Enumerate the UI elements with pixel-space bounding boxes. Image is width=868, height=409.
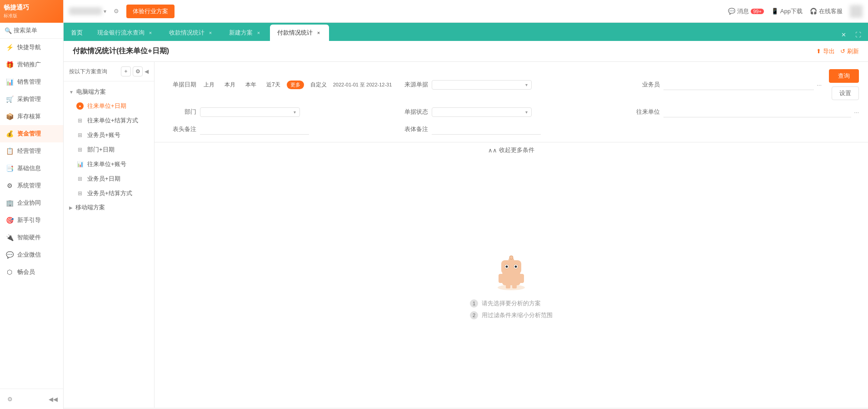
tab-receipt-stats[interactable]: 收款情况统计 × bbox=[162, 25, 221, 41]
staff-ellipsis[interactable]: ··· bbox=[817, 81, 822, 88]
collapse-label: 收起更多条件 bbox=[499, 146, 534, 154]
sidebar-item-hardware[interactable]: 🔌 智能硬件 bbox=[0, 229, 63, 246]
sidebar-item-guide[interactable]: 🎯 新手引导 bbox=[0, 212, 63, 229]
sidebar-item-label: 企业协同 bbox=[17, 199, 41, 207]
unit-section: 往来单位 ··· bbox=[627, 106, 859, 117]
home-label: 首页 bbox=[71, 29, 83, 37]
tab-bank-flow-close[interactable]: × bbox=[147, 30, 154, 36]
sidebar-item-label: 经营管理 bbox=[17, 147, 41, 155]
setting-btn[interactable]: 设置 bbox=[832, 86, 859, 100]
unit-input[interactable] bbox=[663, 106, 851, 117]
body-note-input[interactable] bbox=[432, 124, 541, 135]
sidebar-item-wechat[interactable]: 💬 企业微信 bbox=[0, 246, 63, 263]
sidebar-item-system[interactable]: ⚙ 系统管理 bbox=[0, 177, 63, 194]
hardware-icon: 🔌 bbox=[5, 233, 14, 242]
expand-tabs-btn[interactable]: ⛶ bbox=[852, 28, 864, 41]
refresh-btn[interactable]: ↺ 刷新 bbox=[840, 47, 859, 56]
scheme-add-btn[interactable]: + bbox=[121, 66, 131, 76]
sidebar-item-quick-nav[interactable]: ⚡ 快捷导航 bbox=[0, 39, 63, 56]
date-control: 上月 本月 本年 近7天 更多 自定义 2022-01-01 至 2022-12… bbox=[200, 80, 395, 90]
status-label: 单据状态 bbox=[395, 108, 432, 116]
collapse-btn-row[interactable]: ∧∧ 收起更多条件 bbox=[155, 142, 868, 158]
sidebar-item-basic-info[interactable]: 📑 基础信息 bbox=[0, 160, 63, 177]
source-select[interactable]: ▾ bbox=[432, 80, 532, 90]
messages-btn[interactable]: 💬 消息 99+ bbox=[728, 7, 764, 15]
tab-payment-stats[interactable]: 付款情况统计 × bbox=[270, 25, 329, 41]
header-note-section: 表头备注 bbox=[164, 124, 395, 135]
scheme-collapse-btn[interactable]: ◀ bbox=[145, 68, 149, 75]
sidebar-item-enterprise[interactable]: 🏢 企业协同 bbox=[0, 194, 63, 212]
trial-btn[interactable]: 体验行业方案 bbox=[126, 5, 175, 18]
tab-receipt-stats-close[interactable]: × bbox=[207, 30, 214, 36]
scheme-item-label: 部门+日期 bbox=[87, 146, 115, 154]
sidebar-item-finance[interactable]: 💰 资金管理 bbox=[0, 125, 63, 142]
sidebar-item-member[interactable]: ⬡ 畅会员 bbox=[0, 263, 63, 281]
page-title: 付款情况统计(往来单位+日期) bbox=[73, 46, 169, 56]
date-7days-btn[interactable]: 近7天 bbox=[263, 80, 284, 90]
scheme-settings-btn[interactable]: ⚙ bbox=[133, 66, 143, 76]
sidebar-item-label: 畅会员 bbox=[17, 268, 35, 276]
sidebar-item-inventory[interactable]: 📦 库存核算 bbox=[0, 108, 63, 125]
topbar-gear-btn[interactable]: ⚙ bbox=[110, 5, 123, 18]
source-dropdown-arrow: ▾ bbox=[525, 82, 528, 87]
scheme-group-mobile-header[interactable]: ▶ 移动端方案 bbox=[64, 201, 154, 214]
dept-select[interactable]: ▾ bbox=[200, 107, 300, 117]
scheme-item-staff-payment[interactable]: ⊞ 业务员+结算方式 bbox=[64, 186, 154, 201]
staff-control: ··· bbox=[663, 79, 822, 90]
date-more-btn[interactable]: 更多 bbox=[287, 81, 304, 89]
body-note-label: 表体备注 bbox=[395, 125, 432, 133]
avatar[interactable] bbox=[850, 5, 863, 18]
tab-payment-stats-close[interactable]: × bbox=[315, 30, 322, 36]
sidebar-item-operations[interactable]: 📋 经营管理 bbox=[0, 142, 63, 160]
headset-icon: 🎧 bbox=[810, 8, 817, 15]
header-note-label: 表头备注 bbox=[164, 125, 200, 133]
scheme-group-mobile: ▶ 移动端方案 bbox=[64, 201, 154, 214]
online-service-btn[interactable]: 🎧 在线客服 bbox=[810, 7, 843, 15]
filter-row-2: 部门 ▾ 单据状态 ▾ bbox=[164, 106, 859, 117]
date-this-year-btn[interactable]: 本年 bbox=[242, 80, 260, 90]
online-service-label: 在线客服 bbox=[819, 7, 843, 15]
sidebar-item-marketing[interactable]: 🎁 营销推广 bbox=[0, 56, 63, 73]
collapse-up-icon: ∧∧ bbox=[488, 147, 497, 154]
sidebar-item-label: 快捷导航 bbox=[17, 43, 41, 51]
tab-receipt-stats-label: 收款情况统计 bbox=[169, 29, 205, 37]
sidebar-item-label: 库存核算 bbox=[17, 112, 41, 121]
tab-new-scheme-close[interactable]: × bbox=[255, 30, 262, 36]
unit-account-icon: 📊 bbox=[76, 161, 84, 168]
tab-home[interactable]: 首页 bbox=[64, 25, 90, 41]
tab-new-scheme[interactable]: 新建方案 × bbox=[222, 25, 269, 41]
scheme-item-staff-date[interactable]: ⊞ 业务员+日期 bbox=[64, 172, 154, 186]
mobile-arrow-icon: ▶ bbox=[69, 205, 73, 210]
collapse-sidebar-btn[interactable]: ◀◀ bbox=[47, 393, 60, 405]
scheme-item-staff-account[interactable]: ⊞ 业务员+账号 bbox=[64, 128, 154, 142]
company-selector[interactable]: 某某公司名称 ▾ bbox=[69, 7, 106, 15]
export-btn[interactable]: ⬆ 导出 bbox=[816, 47, 835, 56]
sidebar-item-purchase[interactable]: 🛒 采购管理 bbox=[0, 91, 63, 108]
scheme-item-unit-account[interactable]: 📊 往来单位+账号 bbox=[64, 157, 154, 172]
sidebar-item-sales[interactable]: 📊 销售管理 bbox=[0, 73, 63, 91]
date-last-month-btn[interactable]: 上月 bbox=[200, 80, 218, 90]
unit-label: 往来单位 bbox=[627, 108, 663, 116]
app-download-btn[interactable]: 📱 App下载 bbox=[771, 7, 803, 15]
status-section: 单据状态 ▾ bbox=[395, 107, 627, 117]
header-note-input[interactable] bbox=[200, 124, 309, 135]
scheme-group-desktop-header[interactable]: ▼ 电脑端方案 bbox=[64, 85, 154, 99]
unit-ellipsis[interactable]: ··· bbox=[854, 109, 859, 116]
tab-bank-flow[interactable]: 现金银行流水查询 × bbox=[90, 25, 161, 41]
settings-footer-btn[interactable]: ⚙ bbox=[4, 393, 16, 405]
scheme-item-unit-payment[interactable]: ⊞ 往来单位+结算方式 bbox=[64, 113, 154, 128]
date-custom-btn[interactable]: 自定义 bbox=[307, 80, 330, 90]
scheme-item-dept-date[interactable]: ⊞ 部门+日期 bbox=[64, 142, 154, 157]
close-all-tabs-btn[interactable]: ✕ bbox=[837, 28, 850, 41]
status-select[interactable]: ▾ bbox=[432, 107, 532, 117]
scheme-item-unit-date[interactable]: ● 往来单位+日期 bbox=[64, 99, 154, 113]
staff-label: 业务员 bbox=[627, 81, 663, 89]
search-menu[interactable]: 🔍 搜索菜单 bbox=[0, 23, 63, 39]
staff-input[interactable] bbox=[663, 79, 814, 90]
date-this-month-btn[interactable]: 本月 bbox=[221, 80, 239, 90]
svg-rect-2 bbox=[499, 274, 504, 283]
refresh-label: 刷新 bbox=[847, 47, 859, 56]
logo: 畅捷通巧 标准版 bbox=[4, 4, 29, 19]
sidebar-item-label: 新手引导 bbox=[17, 216, 41, 224]
query-btn[interactable]: 查询 bbox=[829, 69, 859, 83]
